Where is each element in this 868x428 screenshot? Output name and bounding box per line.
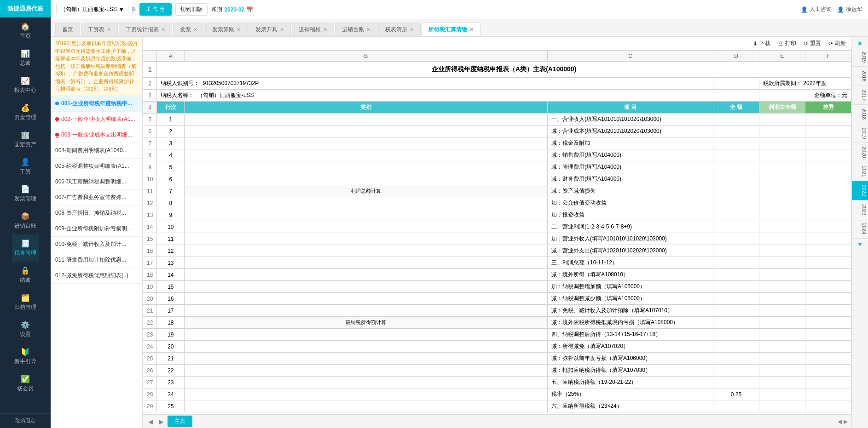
diff-cell[interactable] [805,149,851,161]
form-list-item-010[interactable]: 010-免税、减计收入及加计... [51,237,142,252]
diff-cell[interactable] [805,388,851,400]
seq-cell[interactable]: 19 [157,329,185,341]
profit-amount-cell[interactable] [759,353,805,365]
download-button[interactable]: ⬇ 下载 [753,40,770,47]
item-cell[interactable]: 减：资产减值损失 [548,185,713,197]
item-cell[interactable]: 二、营业利润(1-2-3-4-5-6-7-8+9) [548,221,713,233]
sidebar-item-home[interactable]: 🏠首页 [12,17,39,45]
tab-发票[interactable]: 发票✕ [173,23,204,36]
item-cell[interactable]: 加：营业外收入(填写A101010\101020\103000) [548,233,713,245]
sidebar-item-fund[interactable]: 💰资金管理 [12,99,39,126]
item-cell[interactable]: 三、利润总额（10-11-12） [548,257,713,269]
sidebar-item-purchase[interactable]: 📦进销台账 [12,207,39,234]
item-cell[interactable]: 减：管理费用(填写A104000) [548,161,713,173]
amount-cell[interactable] [713,114,759,126]
form-list-item-004[interactable]: 004-期间费用明细表(A1040... [51,143,142,159]
item-cell[interactable]: 减：弥补以前年度亏损（填写A106000） [548,353,713,365]
amount-cell[interactable]: 0.25 [713,388,759,400]
copy-icon[interactable]: ⎘ [132,6,136,13]
diff-cell[interactable] [805,365,851,377]
amount-cell[interactable] [713,209,759,221]
profit-amount-cell[interactable] [759,317,805,329]
diff-cell[interactable] [805,400,851,412]
tab-发票开具[interactable]: 发票开具✕ [249,23,291,36]
diff-cell[interactable] [805,173,851,185]
profit-amount-cell[interactable] [759,388,805,400]
seq-cell[interactable]: 16 [157,293,185,305]
seq-cell[interactable]: 14 [157,269,185,281]
item-cell[interactable]: 减：销售费用(填写A104000) [548,149,713,161]
amount-cell[interactable] [713,149,759,161]
tab-税表清册[interactable]: 税表清册✕ [378,23,421,36]
calendar-icon[interactable]: 📅 [246,6,253,13]
sidebar-unpin[interactable]: 取消固定 [0,413,51,428]
tab-进销台账[interactable]: 进销台账✕ [335,23,377,36]
seq-cell[interactable]: 5 [157,161,185,173]
refresh-button[interactable]: ⟳ 刷新 [828,40,846,47]
seq-cell[interactable]: 1 [157,114,185,126]
item-cell[interactable]: 减：营业成本(填写A102010\102020\103000) [548,126,713,137]
diff-cell[interactable] [805,269,851,281]
year-item-2023[interactable]: 2023 [852,200,868,219]
workbench-button[interactable]: 工 作 台 [139,3,172,16]
diff-cell[interactable] [805,126,851,137]
profit-amount-cell[interactable] [759,293,805,305]
seq-cell[interactable]: 6 [157,173,185,185]
item-cell[interactable]: 四、纳税调整后所得（13-14+15-16-17+18） [548,329,713,341]
amount-cell[interactable] [713,221,759,233]
profit-amount-cell[interactable] [759,221,805,233]
amount-cell[interactable] [713,185,759,197]
seq-cell[interactable]: 15 [157,281,185,293]
reset-button[interactable]: ↺ 重置 [804,40,821,47]
seq-cell[interactable]: 8 [157,197,185,209]
item-cell[interactable]: 减：境外所得（填写A108010） [548,269,713,281]
form-list-item-003[interactable]: ⊙003-一般企业成本支出明细... [51,127,142,143]
diff-cell[interactable] [805,353,851,365]
item-cell[interactable]: 一、营业收入(填写A101010\101020\103000) [548,114,713,126]
form-list-item-002[interactable]: ⊙002-一般企业收入明细表(A1... [51,112,142,127]
amount-cell[interactable] [713,137,759,149]
tab-close-发票[interactable]: ✕ [193,27,197,33]
year-item-2019[interactable]: 2019 [852,124,868,143]
profit-amount-cell[interactable] [759,149,805,161]
sidebar-item-tax[interactable]: 🧾税务管理 [12,234,39,262]
tab-首页[interactable]: 首页 [55,23,80,36]
seq-cell[interactable]: 10 [157,221,185,233]
diff-cell[interactable] [805,341,851,353]
item-cell[interactable]: 减：税金及附加 [548,137,713,149]
sidebar-item-ledger[interactable]: 📊总账 [12,45,39,72]
amount-cell[interactable] [713,329,759,341]
diff-cell[interactable] [805,137,851,149]
item-cell[interactable]: 减：免税、减计收入及加计扣除（填写A107010） [548,305,713,317]
item-cell[interactable]: 加：纳税调整增加额（填写A105000） [548,281,713,293]
amount-cell[interactable] [713,233,759,245]
diff-cell[interactable] [805,233,851,245]
switch-old-button[interactable]: 切到旧版 [175,3,208,16]
amount-cell[interactable] [713,400,759,412]
sidebar-item-archive[interactable]: 🗂️归档管理 [12,289,39,316]
seq-cell[interactable]: 12 [157,245,185,257]
seq-cell[interactable]: 9 [157,209,185,221]
amount-cell[interactable] [713,377,759,388]
form-list-item-009[interactable]: 009-企业所得税附加补亏损明... [51,221,142,237]
year-item-2017[interactable]: 2017 [852,86,868,105]
year-item-2019[interactable]: 2019 [852,48,868,67]
sidebar-item-report[interactable]: 📈报表中心 [12,72,39,99]
diff-cell[interactable] [805,197,851,209]
tab-close-发票开具[interactable]: ✕ [280,27,284,33]
profit-amount-cell[interactable] [759,377,805,388]
profit-amount-cell[interactable] [759,185,805,197]
company-selector[interactable]: （勾销）江西服宝-LSS ▼ [56,4,128,15]
item-cell[interactable]: 加：公允价值变动收益 [548,197,713,209]
sidebar-item-asset[interactable]: 🏢固定资产 [12,126,39,153]
profit-amount-cell[interactable] [759,257,805,269]
scroll-right-icon[interactable]: ▶ [844,418,848,425]
sheet-tab-主表[interactable]: 主表 [168,416,192,427]
sidebar-item-member[interactable]: ✅畅会员 [12,370,39,397]
diff-cell[interactable] [805,245,851,257]
sidebar-item-invoice[interactable]: 📄发票管理 [12,180,39,207]
tab-close-进销台账[interactable]: ✕ [366,27,370,33]
tab-close-发票算账[interactable]: ✕ [237,27,241,33]
diff-cell[interactable] [805,377,851,388]
item-cell[interactable]: 减：境外应税所得税抵减境内亏损（填写A108000） [548,317,713,329]
